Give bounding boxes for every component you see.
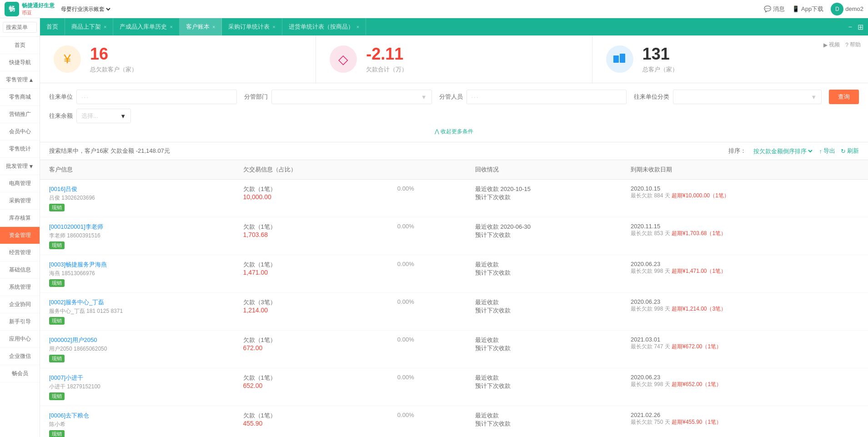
tab-close-production-history[interactable]: × [170,24,172,30]
filter-row-2: 往来余额 选择... ▼ [49,109,859,123]
stats-row: ¥ 16 总欠款客户（家） ◇ -2.11 欠款合计（万） [40,35,868,83]
tab-close-customer-account[interactable]: × [212,24,215,30]
search-btn[interactable]: 查询 [829,90,859,104]
sidebar-item-enterprise[interactable]: 企业协同 [0,296,40,313]
tab-close-product-listing[interactable]: × [104,24,106,30]
sidebar-item-purchase-mgmt[interactable]: 采购管理 [0,192,40,210]
export-icon: ↑ [819,148,823,155]
sidebar-item-system[interactable]: 系统管理 [0,279,40,296]
sidebar-item-guide[interactable]: 新手引导 [0,313,40,331]
customer-name-5[interactable]: [0007]小进干 [49,374,225,382]
overdue-link-5[interactable]: 超期¥652.00（1笔） [672,381,722,387]
debt-amount-0[interactable]: 10,000.00 [243,193,376,201]
tab-minimize-btn[interactable]: － [847,22,854,32]
debt-amount-4[interactable]: 672.00 [243,344,376,352]
sidebar-item-member[interactable]: 畅会员 [0,365,40,382]
sidebar-item-home[interactable]: 首页 [0,37,40,54]
tab-customer-account[interactable]: 客户账本 × [180,18,222,35]
video-btn[interactable]: ▶ 视频 [823,41,840,49]
cell-debt-3: 欠款（3笔） 1,214.00 [234,293,385,331]
col-customer-info: 客户信息 [40,160,234,180]
cell-customer-4: [000002]用户2050 用户2050 18665062050 现销 [40,331,234,368]
debt-amount-1[interactable]: 1,703.68 [243,231,376,238]
debt-count-1: 欠款（1笔） [243,223,376,231]
message-btn[interactable]: 💬 消息 [764,5,785,13]
tab-close-purchase-by-product[interactable]: × [356,24,359,30]
from-unit-input[interactable]: ··· [76,90,237,104]
overdue-link-4[interactable]: 超期¥672.00（1笔） [672,343,722,350]
debt-amount-2[interactable]: 1,471.00 [243,269,376,276]
unit-class-input[interactable]: ▼ [673,90,822,104]
sidebar-search-area [0,18,40,37]
sidebar-item-finance[interactable]: 资金管理 [0,227,40,244]
customer-name-4[interactable]: [000002]用户2050 [49,336,225,344]
overdue-link-2[interactable]: 超期¥1,471.00（1笔） [672,268,726,274]
sidebar-item-inventory[interactable]: 库存核算 [0,210,40,227]
total-customers-icon [606,45,633,73]
sidebar-item-weixin[interactable]: 企业微信 [0,348,40,365]
sidebar-item-operations[interactable]: 经营管理 [0,244,40,261]
refresh-btn[interactable]: ↻ 刷新 [841,147,859,155]
customer-name-1[interactable]: [0001020001]李老师 [49,223,225,231]
tabs-bar: 首页 商品上下架 × 产成品入库单历史 × 客户账本 × 采购订单统计表 × [40,18,868,35]
dept-input[interactable]: ▼ [271,90,432,104]
sidebar-item-app-center[interactable]: 应用中心 [0,331,40,348]
customer-sub-0: 吕俊 13026203696 [49,194,225,202]
results-bar: 搜索结果中，客户16家 欠款金额 -21,148.07元 排序： 按欠款金额倒序… [40,142,868,160]
sidebar-item-marketing[interactable]: 营销推广 [0,106,40,123]
company-select[interactable]: 母婴行业演示账套 [59,5,112,13]
dept-arrow-icon: ▼ [421,94,427,100]
debt-amount-5[interactable]: 652.00 [243,382,376,389]
app-icon: 📱 [792,5,799,12]
sort-select[interactable]: 按欠款金额倒序排序 [752,147,814,155]
tab-home[interactable]: 首页 [40,18,65,35]
cell-collection-0: 最近收款 2020-10-15 预计下次收款 [466,180,622,217]
sidebar-item-basic-info[interactable]: 基础信息 [0,261,40,279]
customer-name-0[interactable]: [0016]吕俊 [49,185,225,193]
debt-pct-6: 0.00% [397,412,414,418]
tag-xianjin-6: 现销 [49,430,65,437]
sidebar-item-quick-nav[interactable]: 快捷导航 [0,54,40,71]
help-btn[interactable]: ? 帮助 [845,41,861,49]
debt-count-4: 欠款（1笔） [243,336,376,344]
user-avatar-area[interactable]: D demo2 [831,3,863,15]
debt-count-3: 欠款（3笔） [243,298,376,306]
sidebar-item-retail-stats[interactable]: 零售统计 [0,141,40,158]
cell-collection-1: 最近收款 2020-06-30 预计下次收款 [466,217,622,255]
sidebar-item-member-center[interactable]: 会员中心 [0,123,40,141]
filter-from-unit: 往来单位 ··· [49,90,237,104]
tab-purchase-by-product[interactable]: 进货单统计表（按商品） × [282,18,366,35]
filter-unit-class: 往来单位分类 ▼ [634,90,822,104]
app-download-btn[interactable]: 📱 App下载 [792,5,823,13]
cell-customer-5: [0007]小进干 小进干 18279152100 现销 [40,368,234,406]
overdue-link-6[interactable]: 超期¥455.90（1笔） [672,419,722,425]
table-row: [0006]去下粮仓 陈小希 现销 欠款（1笔） 455.90 0.00% 最近… [40,406,868,437]
person-input[interactable]: ··· [467,90,627,104]
tab-product-listing[interactable]: 商品上下架 × [65,18,113,35]
debt-amount-3[interactable]: 1,214.00 [243,306,376,314]
overdue-link-1[interactable]: 超期¥1,703.68（1笔） [672,230,726,236]
logo-icon: 畅 [5,2,19,16]
tab-expand-btn[interactable]: ⊞ [858,23,863,31]
sidebar-item-retail-mall[interactable]: 零售商城 [0,89,40,106]
tab-production-history[interactable]: 产成品入库单历史 × [113,18,179,35]
customer-name-3[interactable]: [0002]服务中心_丁磊 [49,298,225,306]
debt-amount-6[interactable]: 455.90 [243,420,376,427]
export-btn[interactable]: ↑ 导出 [819,147,836,155]
sidebar-item-retail-mgmt[interactable]: 零售管理 ▲ [0,71,40,89]
cell-collection-5: 最近收款 预计下次收款 [466,368,622,406]
tab-close-purchase-stats[interactable]: × [272,24,275,30]
customer-name-6[interactable]: [0006]去下粮仓 [49,412,225,420]
tab-purchase-stats[interactable]: 采购订单统计表 × [222,18,282,35]
sidebar-item-ecommerce[interactable]: 电商管理 [0,175,40,192]
sidebar-item-wholesale-mgmt[interactable]: 批发管理 ▼ [0,158,40,175]
overdue-link-3[interactable]: 超期¥1,214.00（3笔） [672,306,726,312]
debt-pct-5: 0.00% [397,374,414,381]
overdue-link-0[interactable]: 超期¥10,000.00（1笔） [672,192,729,199]
sidebar-search-input[interactable] [3,22,37,33]
table-row: [000002]用户2050 用户2050 18665062050 现销 欠款（… [40,331,868,368]
customer-name-2[interactable]: [0003]畅捷服务尹海燕 [49,261,225,269]
collapse-btn[interactable]: ⋀ 收起更多条件 [49,128,859,136]
due-date-3: 2020.06.23 [631,298,859,305]
balance-select[interactable]: 选择... ▼ [76,109,131,123]
